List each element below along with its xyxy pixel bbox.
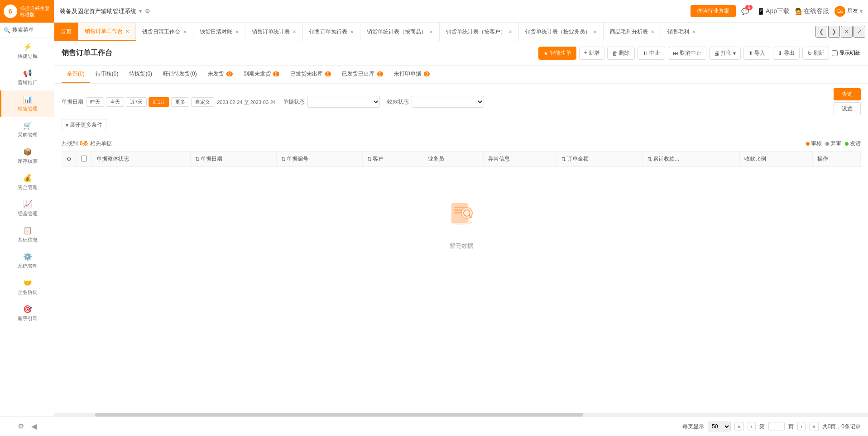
date-btn-more[interactable]: 更多 <box>171 97 189 107</box>
query-btn[interactable]: 查询 <box>834 88 861 100</box>
sidebar-item-purchase[interactable]: 🛒 采购管理 <box>0 117 54 143</box>
tab-close-cash-daily[interactable]: ✕ <box>183 29 187 34</box>
tab-cash-daily[interactable]: 钱货日清工作台 ✕ <box>136 23 193 41</box>
message-btn[interactable]: 💬 6 <box>741 8 749 15</box>
col-checkbox[interactable] <box>77 152 92 167</box>
col-date-sort[interactable]: ⇅ 单据日期 <box>195 155 272 163</box>
first-page-btn[interactable]: « <box>734 422 744 431</box>
col-salesperson-sort[interactable]: 业务员 <box>428 155 479 163</box>
settings-btn[interactable]: ⚙ <box>15 420 27 432</box>
tab-close-cash-reconcile[interactable]: ✕ <box>235 29 239 34</box>
date-btn-custom[interactable]: 自定义 <box>191 97 214 107</box>
sidebar-item-quick-nav[interactable]: ⚡ 快捷导航 <box>0 38 54 64</box>
show-detail-label[interactable]: 显示明细 <box>832 49 861 57</box>
sub-tab-not-shipped[interactable]: 未发货 0 <box>202 66 238 83</box>
date-btn-7days[interactable]: 近7天 <box>126 97 147 107</box>
col-status-sort[interactable]: 单据整体状态 <box>96 155 186 163</box>
tab-sales-stats[interactable]: 销售订单统计表 ✕ <box>245 23 303 41</box>
sidebar-item-system[interactable]: ⚙️ 系统管理 <box>0 248 54 274</box>
sidebar-item-finance[interactable]: 💰 资金管理 <box>0 169 54 195</box>
refresh-btn[interactable]: ↻ 刷新 <box>802 47 829 60</box>
tab-sales-exec[interactable]: 销售订单执行表 ✕ <box>303 23 360 41</box>
print-btn[interactable]: 🖨 打印 ▾ <box>709 47 741 60</box>
col-received-sort[interactable]: ⇅ 累计收款... <box>647 155 734 163</box>
tab-close-product-margin[interactable]: ✕ <box>651 29 654 34</box>
tab-close-sales-profit[interactable]: ✕ <box>692 29 695 34</box>
tab-scroll-left[interactable]: ❮ <box>815 26 827 38</box>
sidebar-item-basic-info[interactable]: 📋 基础信息 <box>0 222 54 248</box>
show-detail-checkbox[interactable] <box>832 50 838 56</box>
col-amount-sort[interactable]: ⇅ 订单金额 <box>561 155 638 163</box>
page-size-select[interactable]: 2050100 <box>708 422 731 431</box>
status-filter-select[interactable] <box>307 96 380 108</box>
sub-tab-pending-audit[interactable]: 待审核(0) <box>90 66 124 83</box>
col-settings[interactable]: ⚙ <box>62 152 77 167</box>
tab-product-margin[interactable]: 商品毛利分析表 ✕ <box>604 23 661 41</box>
expand-filter-btn[interactable]: ▾ 展开更多条件 <box>62 119 106 131</box>
user-menu[interactable]: Ea 用友 ▾ <box>834 6 863 17</box>
app-download-btn[interactable]: 📱 App下载 <box>757 7 790 15</box>
cancel-audit-action[interactable]: 弃审 <box>825 140 841 147</box>
ship-action[interactable]: 发货 <box>845 140 861 147</box>
online-service-btn[interactable]: 💁 在线客服 <box>795 7 829 15</box>
sub-tab-wangpu[interactable]: 旺铺待发货(0) <box>158 66 202 83</box>
sub-tab-not-printed[interactable]: 未打印单据 0 <box>388 66 435 83</box>
payment-filter-select[interactable] <box>412 96 484 108</box>
date-btn-yesterday[interactable]: 昨天 <box>86 97 104 107</box>
tab-close-summary-product[interactable]: ✕ <box>429 29 433 34</box>
col-customer-sort[interactable]: ⇅ 客户 <box>367 155 418 163</box>
sidebar-item-search[interactable]: 🔍 搜索菜单 <box>0 23 54 38</box>
sub-tab-all[interactable]: 全部(0) <box>62 66 90 83</box>
sub-tab-pending-pick[interactable]: 待拣货(0) <box>124 66 158 83</box>
tab-close-summary-staff[interactable]: ✕ <box>593 29 597 34</box>
collapse-btn[interactable]: ◀ <box>29 420 39 432</box>
cancel-pause-btn[interactable]: ⏭ 取消中止 <box>668 47 706 60</box>
sub-tab-shipped-not-out[interactable]: 已发货未出库 0 <box>285 66 337 83</box>
tab-scroll-right[interactable]: ❯ <box>828 26 840 38</box>
prev-page-btn[interactable]: ‹ <box>748 422 756 431</box>
tab-fullscreen[interactable]: ⤢ <box>854 26 865 38</box>
tab-close-sales-stats[interactable]: ✕ <box>293 29 296 34</box>
experience-btn[interactable]: 体验行业方案 <box>691 5 736 17</box>
tab-cash-reconcile[interactable]: 钱货日清对账 ✕ <box>193 23 245 41</box>
pause-btn[interactable]: ⏸ 中止 <box>638 47 665 60</box>
set-btn[interactable]: 设置 <box>834 102 861 115</box>
date-btn-today[interactable]: 今天 <box>106 97 124 107</box>
tab-sales-summary-product[interactable]: 销货单统计表（按商品） ✕ <box>360 23 440 41</box>
tab-close-sales-workbench[interactable]: ✕ <box>125 29 129 34</box>
tab-close-sales-exec[interactable]: ✕ <box>350 29 354 34</box>
scrollbar-thumb[interactable] <box>95 413 583 417</box>
tab-sales-profit[interactable]: 销售毛利 ✕ <box>661 23 702 41</box>
add-btn[interactable]: + 新增 <box>579 47 604 60</box>
tab-close-summary-customer[interactable]: ✕ <box>508 29 512 34</box>
page-number-input[interactable]: 1 <box>768 422 785 431</box>
horizontal-scrollbar[interactable] <box>54 413 868 417</box>
tab-home[interactable]: 首页 <box>54 23 78 41</box>
last-page-btn[interactable]: » <box>809 422 819 431</box>
system-title-area: 装备及固定资产辅助管理系统 ▾ ⚙ <box>60 7 687 15</box>
sub-tab-shipped-out[interactable]: 已发货已出库 0 <box>336 66 388 83</box>
tab-sales-summary-customer[interactable]: 销货单统计表（按客户） ✕ <box>440 23 519 41</box>
col-status: 单据整体状态 <box>92 152 191 167</box>
import-btn[interactable]: ⬆ 导入 <box>743 47 770 60</box>
delete-btn[interactable]: 🗑 删除 <box>607 47 635 60</box>
tab-sales-summary-staff[interactable]: 销货单统计表（按业务员） ✕ <box>519 23 604 41</box>
sidebar-item-sales[interactable]: 📊 销售管理 <box>0 90 54 117</box>
export-btn[interactable]: ⬇ 导出 <box>773 47 800 60</box>
col-number-sort[interactable]: ⇅ 单据编号 <box>281 155 358 163</box>
sidebar-item-enterprise[interactable]: 🤝 企业协同 <box>0 274 54 300</box>
sub-tab-overdue-ship[interactable]: 到期未发货 0 <box>238 66 285 83</box>
settings-gear-icon[interactable]: ⚙ <box>145 8 150 14</box>
tab-close-all[interactable]: ✕ <box>841 26 853 38</box>
select-all-checkbox[interactable] <box>81 156 87 161</box>
audit-action[interactable]: 审核 <box>806 140 822 147</box>
date-btn-1month[interactable]: 近1月 <box>149 97 169 107</box>
sidebar-item-guide[interactable]: 🎯 新手引导 <box>0 300 54 327</box>
sidebar-item-marketing[interactable]: 📢 营销推广 <box>0 64 54 90</box>
col-exception-sort[interactable]: 异常信息 <box>488 155 552 163</box>
tab-sales-workbench[interactable]: 销售订单工作台 ✕ <box>78 23 136 41</box>
smart-create-btn[interactable]: ★ 智能生单 <box>538 47 576 60</box>
next-page-btn[interactable]: › <box>797 422 806 431</box>
sidebar-item-inventory[interactable]: 📦 库存核算 <box>0 143 54 169</box>
sidebar-item-operations[interactable]: 📈 经营管理 <box>0 195 54 222</box>
